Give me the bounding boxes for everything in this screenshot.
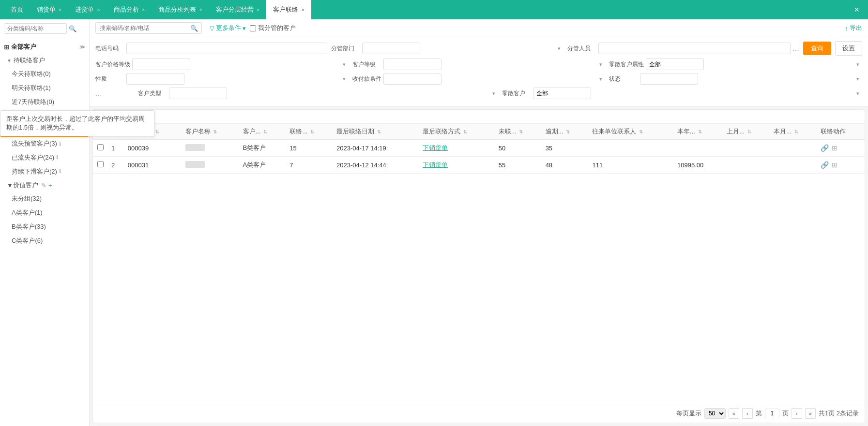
row-checkbox[interactable]: [97, 144, 104, 150]
nav-item-home[interactable]: 首页: [4, 0, 30, 19]
dots-icon[interactable]: ...: [95, 89, 101, 97]
main-layout: 🔍 ⊞ 全部客户 ≫ ▼ 待联络客户 今天待联络(0) 明天待联络(1) 近7天…: [0, 19, 868, 426]
nav-item-sales[interactable]: 销货单 ×: [30, 0, 68, 19]
filter-search-input[interactable]: [95, 22, 202, 34]
next-page-button[interactable]: ›: [792, 408, 802, 419]
page-number-input[interactable]: [765, 409, 779, 418]
retail-customer-select[interactable]: 全部: [533, 88, 591, 99]
nav-item-purchase[interactable]: 进货单 ×: [68, 0, 107, 19]
my-customers-checkbox[interactable]: [250, 25, 256, 31]
row-code: 000031: [124, 157, 182, 174]
sort-icon[interactable]: ⇅: [698, 129, 702, 134]
link-action-icon[interactable]: 🔗: [821, 161, 829, 169]
last-page-button[interactable]: »: [805, 408, 816, 419]
action-icons: 🔗 ⊞: [821, 144, 861, 152]
prev-page-button[interactable]: ‹: [742, 408, 753, 419]
close-icon[interactable]: ×: [301, 7, 304, 13]
price-level-select[interactable]: [132, 59, 190, 70]
my-customers-checkbox-area[interactable]: 我分管的客户: [250, 24, 296, 32]
retail-customer-field: 零散客户 全部: [502, 88, 862, 99]
phone-input[interactable]: [126, 43, 327, 54]
query-button[interactable]: 查询: [803, 42, 831, 55]
row-uncontact: 55: [495, 157, 542, 174]
window-close-button[interactable]: ×: [849, 5, 864, 15]
sidebar-item-7days[interactable]: 近7天待联络(0): [0, 95, 89, 109]
customer-level-select[interactable]: [383, 59, 442, 70]
sidebar-group-pending-contact[interactable]: ▼ 待联络客户: [0, 54, 89, 67]
close-icon[interactable]: ×: [142, 7, 145, 13]
sidebar-item-tomorrow[interactable]: 明天待联络(1): [0, 81, 89, 95]
payment-select[interactable]: [383, 73, 442, 85]
sidebar: 🔍 ⊞ 全部客户 ≫ ▼ 待联络客户 今天待联络(0) 明天待联络(1) 近7天…: [0, 19, 90, 426]
close-icon[interactable]: ×: [199, 7, 202, 13]
grid-action-icon[interactable]: ⊞: [832, 161, 838, 169]
sort-icon[interactable]: ⇅: [155, 129, 159, 134]
retail-attr-select[interactable]: 全部: [646, 59, 704, 70]
sidebar-all-customers[interactable]: ⊞ 全部客户 ≫: [0, 40, 89, 54]
sort-icon[interactable]: ⇅: [263, 129, 267, 134]
close-icon[interactable]: ×: [97, 7, 100, 13]
first-page-button[interactable]: «: [729, 408, 739, 419]
col-current-year: 本年... ⇅: [673, 124, 723, 140]
nav-item-analysis[interactable]: 商品分析 ×: [107, 0, 152, 19]
top-nav: 首页 销货单 × 进货单 × 商品分析 × 商品分析列表 × 客户分层经营 × …: [0, 0, 868, 19]
gender-select[interactable]: [126, 73, 184, 85]
link-action-icon[interactable]: 🔗: [821, 144, 829, 152]
last-method-link[interactable]: 下销货单: [423, 144, 448, 151]
sidebar-item-churn-warning[interactable]: 流失预警客户(3) ℹ: [0, 137, 89, 151]
table-container: ⚙ 客户编码 ⇅: [92, 109, 865, 423]
sidebar-value-customers-section[interactable]: ▼ 价值客户 ✎ +: [0, 178, 89, 192]
sidebar-search-input[interactable]: [4, 23, 67, 34]
last-method-link[interactable]: 下销货单: [423, 161, 448, 168]
row-checkbox[interactable]: [97, 161, 104, 167]
table-row: 1 000039 B类客户 15 2023-04-17 14:19: 下销货单: [93, 140, 865, 157]
col-overdue: 逾期... ⇅: [542, 124, 589, 140]
export-button[interactable]: ↑ 导出: [845, 24, 863, 32]
nav-item-analysis-list[interactable]: 商品分析列表 ×: [152, 0, 209, 19]
page-size-select[interactable]: 50: [704, 408, 726, 419]
sort-icon[interactable]: ⇅: [310, 129, 314, 134]
sidebar-item-declining[interactable]: 持续下滑客户(2) ℹ: [0, 165, 89, 179]
sidebar-item-churned[interactable]: 已流失客户(24) ℹ: [0, 151, 89, 165]
edit-icon[interactable]: ✎: [41, 182, 46, 189]
table-row: 2 000031 A类客户 7 2023-04-12 14:44: 下销货单: [93, 157, 865, 174]
person-input[interactable]: [598, 43, 791, 54]
settings-button[interactable]: 设置: [835, 41, 862, 56]
gender-field: 性质: [95, 73, 349, 85]
nav-item-customer-tier[interactable]: 客户分层经营 ×: [209, 0, 266, 19]
dept-select[interactable]: [362, 43, 420, 54]
sidebar-item-class-b[interactable]: B类客户(33): [0, 220, 89, 234]
sort-icon[interactable]: ⇅: [747, 129, 751, 134]
sidebar-item-today[interactable]: 今天待联络(0): [0, 67, 89, 81]
sort-icon[interactable]: ⇅: [639, 129, 643, 134]
filter-row-4: ... 客户类型 零散客户 全部: [95, 88, 862, 99]
row-current-year: [673, 140, 723, 157]
content-area: 🔍 ▽ 更多条件 ▾ 我分管的客户 ↑ 导出 电话号码: [90, 19, 868, 426]
sort-icon[interactable]: ⇅: [519, 129, 523, 134]
add-icon[interactable]: +: [48, 182, 52, 189]
close-icon[interactable]: ×: [257, 7, 259, 13]
more-icon[interactable]: …: [792, 44, 799, 52]
sort-icon[interactable]: ⇅: [213, 129, 217, 134]
sort-icon[interactable]: ⇅: [377, 129, 381, 134]
status-select[interactable]: [640, 73, 698, 85]
row-last-method: 下销货单: [419, 140, 495, 157]
grid-action-icon[interactable]: ⊞: [832, 144, 838, 152]
more-conditions-btn[interactable]: ▽ 更多条件 ▾: [210, 24, 246, 32]
sort-icon[interactable]: ⇅: [463, 129, 467, 134]
sidebar-item-class-c[interactable]: C类客户(6): [0, 234, 89, 248]
col-last-date: 最后联络日期 ⇅: [333, 124, 419, 140]
person-field: 分管人员 …: [567, 43, 799, 54]
sort-icon[interactable]: ⇅: [794, 129, 798, 134]
nav-item-customer-contact[interactable]: 客户联络 ×: [266, 0, 311, 19]
sidebar-item-class-a[interactable]: A类客户(1): [0, 206, 89, 220]
sort-icon[interactable]: ⇅: [566, 129, 570, 134]
sidebar-item-ungrouped[interactable]: 未分组(32): [0, 192, 89, 206]
row-overdue: 35: [542, 140, 589, 157]
row-last-month: [723, 157, 770, 174]
collapse-icon[interactable]: ≫: [79, 44, 85, 50]
table-scroll[interactable]: 客户编码 ⇅ 客户名称 ⇅ 客户... ⇅: [93, 124, 865, 404]
close-icon[interactable]: ×: [59, 7, 61, 13]
customer-type-select[interactable]: [169, 88, 227, 99]
search-icon[interactable]: 🔍: [69, 25, 76, 32]
